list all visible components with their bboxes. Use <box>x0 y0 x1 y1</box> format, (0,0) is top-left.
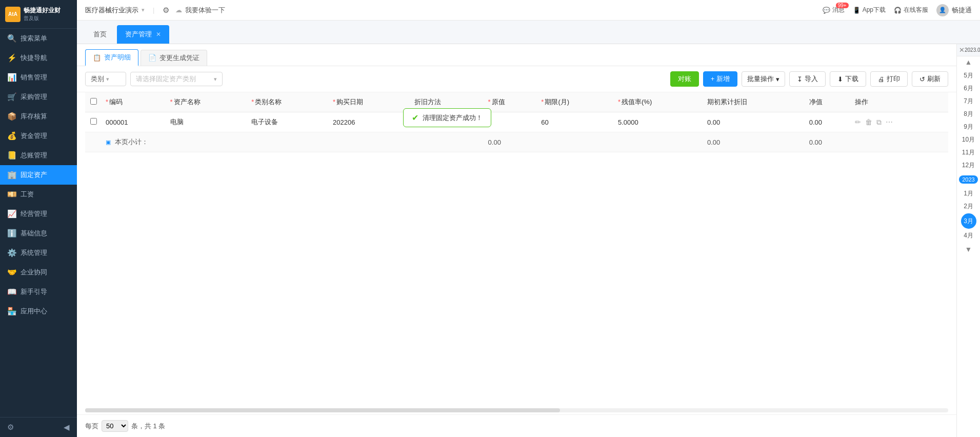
sidebar-item-basic[interactable]: ℹ️基础信息 <box>0 224 77 243</box>
tab-asset[interactable]: 资产管理 ✕ <box>117 25 169 44</box>
edit-icon[interactable]: ✏ <box>855 118 861 126</box>
calendar-months-current: 1月2月3月4月 <box>957 186 980 244</box>
sidebar-logo: AtA 畅捷通好业财 普及版 <box>0 0 77 29</box>
sidebar-item-collab[interactable]: 🤝企业协同 <box>0 263 77 282</box>
sidebar-item-quicknav[interactable]: ⚡快捷导航 <box>0 48 77 68</box>
app-download-button[interactable]: 📱 App下载 <box>853 6 886 14</box>
batch-button[interactable]: 批量操作 ▾ <box>742 71 785 87</box>
gear-icon[interactable]: ⚙ <box>163 6 169 15</box>
cal-month[interactable]: 2月 <box>959 201 978 212</box>
right-panel-close-icon[interactable]: ✕ <box>959 46 965 54</box>
add-button[interactable]: + 新增 <box>703 71 737 87</box>
subtab-detail[interactable]: 📋 资产明细 <box>85 49 138 66</box>
per-page-select[interactable]: 50 100 200 <box>102 420 128 432</box>
guide-icon: 📖 <box>7 287 16 296</box>
tab-close-icon[interactable]: ✕ <box>156 31 161 38</box>
refresh-icon: ↺ <box>919 75 925 83</box>
collab-icon: 🤝 <box>7 268 16 277</box>
collapse-icon[interactable]: ◀ <box>64 423 70 432</box>
select-all-checkbox[interactable] <box>90 98 97 105</box>
subtotal-label-cell: ▣ 本页小计： <box>102 132 484 152</box>
right-panel-year-label: 2023.03 <box>965 47 980 53</box>
download-button[interactable]: ⬇ 下载 <box>830 71 866 87</box>
col-code: *编码 <box>102 92 166 112</box>
row-checkbox-cell <box>85 112 102 132</box>
demo-label[interactable]: 我要体验一下 <box>185 6 225 15</box>
sidebar-item-sales[interactable]: 📊销售管理 <box>0 68 77 87</box>
subtotal-row: ▣ 本页小计： 0.00 0.00 0.00 <box>85 132 948 152</box>
cal-month[interactable]: 8月 <box>959 108 978 120</box>
import-button[interactable]: ↧ 导入 <box>789 71 826 87</box>
col-action: 操作 <box>851 92 948 112</box>
sidebar-item-inventory[interactable]: 📦库存核算 <box>0 107 77 126</box>
message-icon: 💬 <box>823 7 830 14</box>
h-scrollbar-thumb <box>85 408 560 412</box>
tabbar: 首页 资产管理 ✕ <box>77 21 980 44</box>
sidebar-item-fixed[interactable]: 🏢固定资产 <box>0 165 77 185</box>
h-scrollbar[interactable] <box>85 408 948 412</box>
app-logo-icon: AtA <box>5 7 21 22</box>
sidebar-item-system[interactable]: ⚙️系统管理 <box>0 243 77 263</box>
online-service-button[interactable]: 🎧 在线客服 <box>894 6 928 14</box>
cal-month[interactable]: 3月 <box>961 213 976 229</box>
h-scrollbar-wrap <box>77 406 956 414</box>
sidebar-item-search[interactable]: 🔍搜索菜单 <box>0 29 77 48</box>
subtotal-accum: 0.00 <box>703 132 805 152</box>
sidebar-item-appstore[interactable]: 🏪应用中心 <box>0 302 77 321</box>
phone-icon: 📱 <box>853 7 861 14</box>
search-icon: 🔍 <box>7 34 16 43</box>
toast-message: 清理固定资产成功！ <box>423 113 483 123</box>
toolbar-right: 对账 + 新增 批量操作 ▾ ↧ 导入 ⬇ 下载 🖨 <box>670 71 948 87</box>
user-menu[interactable]: 👤 畅捷通 <box>936 4 972 16</box>
copy-icon[interactable]: ⧉ <box>876 118 882 127</box>
cal-month[interactable]: 10月 <box>959 134 978 146</box>
main-container: 医疗器械行业演示 ▾ | ⚙ ☁ 我要体验一下 💬 消息 99+ 📱 App下载… <box>77 0 980 437</box>
more-icon[interactable]: ⋯ <box>886 118 893 126</box>
company-name: 医疗器械行业演示 <box>85 6 138 15</box>
per-page-label: 每页 <box>85 422 98 431</box>
refresh-button[interactable]: ↺ 刷新 <box>912 71 948 87</box>
cal-month[interactable]: 12月 <box>959 160 978 171</box>
table-row: 000001 电脑 电子设备 202206 年限平均 ✔ 清理固定资产成功！ 6… <box>85 112 948 132</box>
topbar-right: 💬 消息 99+ 📱 App下载 🎧 在线客服 👤 畅捷通 <box>823 4 972 16</box>
cell-accum: 0.00 <box>703 112 805 132</box>
cal-month[interactable]: 1月 <box>959 188 978 200</box>
settings-icon[interactable]: ⚙ <box>7 423 14 432</box>
category-label-filter: 类别 ▾ <box>85 72 126 86</box>
cell-action: ✏ 🗑 ⧉ ⋯ <box>851 112 948 132</box>
cal-month[interactable]: 11月 <box>959 147 978 158</box>
subtab-voucher[interactable]: 📄 变更生成凭证 <box>141 50 207 66</box>
cal-month[interactable]: 9月 <box>959 121 978 133</box>
inventory-icon: 📦 <box>7 112 16 121</box>
sidebar-item-purchase[interactable]: 🛒采购管理 <box>0 87 77 107</box>
sidebar-item-capital[interactable]: 💰资金管理 <box>0 126 77 146</box>
category-arrow-icon: ▾ <box>214 76 217 83</box>
messages-button[interactable]: 💬 消息 99+ <box>823 6 845 14</box>
sidebar-item-guide[interactable]: 📖新手引导 <box>0 282 77 302</box>
cal-nav-up[interactable]: ▲ <box>957 56 980 68</box>
cal-nav-down[interactable]: ▼ <box>957 244 980 255</box>
row-checkbox-0[interactable] <box>90 118 97 125</box>
sidebar-item-ledger[interactable]: 📒总账管理 <box>0 146 77 165</box>
cal-month[interactable]: 6月 <box>959 83 978 94</box>
cell-original <box>484 112 537 132</box>
cal-month[interactable]: 5月 <box>959 70 978 82</box>
demo-area: ☁ 我要体验一下 <box>175 6 225 15</box>
reconcile-button[interactable]: 对账 <box>670 71 699 87</box>
sidebar-item-business[interactable]: 📈经营管理 <box>0 204 77 224</box>
content-area: 📋 资产明细 📄 变更生成凭证 类别 ▾ 请选择固定资产类别 ▾ <box>77 44 980 437</box>
salary-icon: 💴 <box>7 190 16 199</box>
col-name: *资产名称 <box>166 92 248 112</box>
right-panel-header: ✕ 2023.03 ⤢ <box>957 44 980 56</box>
sidebar-item-salary[interactable]: 💴工资 <box>0 185 77 204</box>
table-header-row: *编码 *资产名称 *类别名称 *购买日期 折旧方法 *原值 *期限(月) *残… <box>85 92 948 112</box>
delete-icon[interactable]: 🗑 <box>865 118 872 126</box>
user-name: 畅捷通 <box>952 6 972 15</box>
category-select[interactable]: 请选择固定资产类别 ▾ <box>130 72 223 86</box>
tab-home[interactable]: 首页 <box>85 25 115 44</box>
cal-month[interactable]: 7月 <box>959 95 978 107</box>
company-selector[interactable]: 医疗器械行业演示 ▾ <box>85 6 145 15</box>
print-button[interactable]: 🖨 打印 <box>870 71 908 87</box>
cal-month[interactable]: 4月 <box>959 230 978 242</box>
toolbar: 类别 ▾ 请选择固定资产类别 ▾ 对账 + 新增 批量操作 ▾ ↧ <box>77 66 956 92</box>
